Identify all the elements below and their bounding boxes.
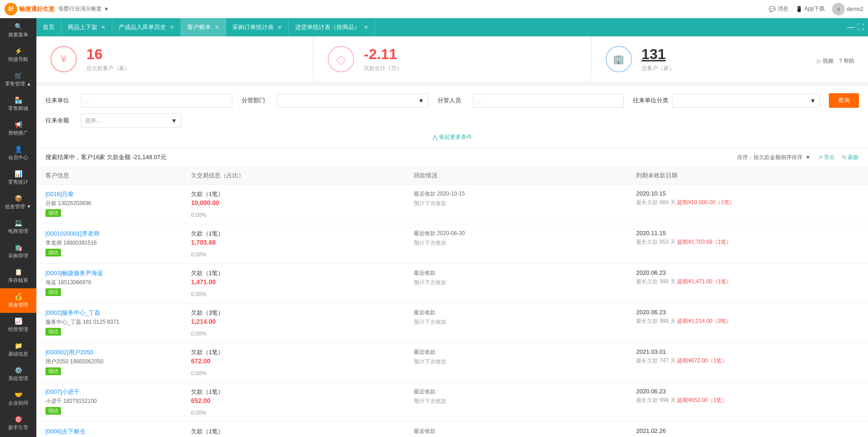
sidebar-item-sys-mgmt[interactable]: ⚙️ 系统管理 — [0, 362, 36, 387]
tab-maximize-btn[interactable]: ⛶ — [857, 23, 864, 31]
message-btn[interactable]: 💬 消息 — [769, 5, 788, 13]
table-row: [0002]服务中心_丁磊 服务中心_丁磊 181 0125 8371 现结 欠… — [36, 303, 868, 343]
export-button[interactable]: ↗ 导出 — [818, 154, 835, 161]
tab-minimize-btn[interactable]: — — [847, 23, 854, 31]
customer-name-5[interactable]: [0007]小进千 — [45, 388, 191, 396]
debt-ratio-1: 0.00% — [191, 251, 414, 258]
tab-customer-account-close[interactable]: ✕ — [215, 24, 219, 30]
debt-amount-5[interactable]: 652.00 — [191, 397, 414, 404]
sidebar-label-operations: 经营管理 — [2, 326, 35, 333]
overdue-link-5[interactable]: 超期¥652.00（1笔） — [677, 397, 727, 403]
tab-inbound-stats-close[interactable]: ✕ — [364, 24, 368, 30]
customer-name-0[interactable]: [0016]吕俊 — [45, 190, 191, 198]
table-row: [0007]小进千 小进千 18279152100 现结 欠款（1笔） 652.… — [36, 382, 868, 422]
customer-name-6[interactable]: [0006]去下粮仓 — [45, 427, 191, 436]
cell-customer-0: [0016]吕俊 吕俊 13026203696 现结 — [45, 190, 191, 217]
overdue-link-1[interactable]: 超期¥1,703.68（1笔） — [677, 239, 732, 245]
sidebar-item-finance[interactable]: 💰 资金管理 — [0, 288, 36, 313]
cell-overdue-3: 2020.06.23 最长欠款 998 天 超期¥1,214.00（3笔） — [636, 309, 859, 325]
manager-input[interactable]: ... — [473, 93, 624, 108]
dept-input[interactable]: ▼ — [277, 93, 428, 108]
cell-debt-2: 欠款（1笔） 1,471.00 0.00% — [191, 269, 414, 297]
query-button[interactable]: 查询 — [829, 93, 859, 108]
logo-icon: 好 — [5, 3, 17, 15]
debt-amount-info: -2.11 欠款合计（万） — [364, 46, 402, 72]
tab-purchase-stats[interactable]: 采购订单统计表 ✕ — [226, 18, 289, 36]
sidebar-item-new-guide[interactable]: 🎯 新手引导 — [0, 411, 36, 436]
recovery-latest-0: 最近收款 2020-10-15 — [414, 190, 637, 198]
sidebar-item-basic-info[interactable]: 📁 基础信息 — [0, 337, 36, 362]
unit-category-input[interactable]: ▼ — [672, 93, 820, 108]
sidebar-item-search[interactable]: 🔍 搜索菜单 — [0, 18, 36, 43]
refresh-button[interactable]: ↻ 刷新 — [842, 154, 859, 161]
debt-amount-4[interactable]: 672.00 — [191, 357, 414, 365]
overdue-link-0[interactable]: 超期¥10,000.00（1笔） — [677, 199, 735, 206]
sidebar-label-retail-stats: 零售统计 — [2, 179, 35, 186]
collapse-button[interactable]: ⋀ 收起更多条件 — [433, 133, 472, 141]
customer-name-2[interactable]: [0003]畅捷服务尹海蓝 — [45, 269, 191, 277]
app-download-btn[interactable]: 📱 App下载 — [796, 5, 825, 13]
sort-selector[interactable]: 排序：按欠款金额倒序排序 ▼ — [737, 154, 811, 161]
tab-customer-account[interactable]: 客户账本 ✕ — [181, 18, 226, 36]
store-selector[interactable]: 母婴行业演示账套 ▼ — [58, 5, 109, 13]
video-btn[interactable]: ▷ 视频 — [817, 57, 833, 65]
debt-amount-1[interactable]: 1,703.68 — [191, 239, 414, 246]
help-btn[interactable]: ? 帮助 — [839, 57, 854, 65]
tab-product-history[interactable]: 产成品入库单历史 ✕ — [112, 18, 181, 36]
table-header: 客户信息 欠交易信息（占比） 回款情况 到期未收款日期 — [36, 167, 868, 185]
debt-amount-label: 欠款合计（万） — [364, 65, 402, 72]
from-unit-placeholder: ... — [85, 97, 90, 104]
filter-dept: 分管部门 ▼ — [241, 93, 428, 108]
overdue-link-2[interactable]: 超期¥1,471.00（1笔） — [677, 278, 732, 285]
filter-section: 往来单位 ... 分管部门 ▼ 分管人员 — [36, 86, 868, 148]
sidebar-item-quick-nav[interactable]: ⚡ 快捷导航 — [0, 43, 36, 67]
debt-count-3: 欠款（3笔） — [191, 309, 414, 317]
sidebar-item-member[interactable]: 👤 会员中心 — [0, 141, 36, 166]
sidebar-item-operations[interactable]: 📈 经营管理 — [0, 313, 36, 337]
customer-contact-2: 海蓝 18513066976 — [45, 279, 191, 286]
sidebar-item-purchase[interactable]: 🛍️ 采购管理 — [0, 239, 36, 264]
customer-name-4[interactable]: [000002]用户2050 — [45, 348, 191, 357]
customer-name-1[interactable]: [0001020001]李老师 — [45, 230, 191, 238]
tab-product-shelf[interactable]: 商品上下架 ✕ — [61, 18, 112, 36]
customer-contact-4: 用户2050 18665062050 — [45, 358, 191, 366]
tab-inbound-stats[interactable]: 进货单统计表（按商品） ✕ — [289, 18, 375, 36]
tab-purchase-stats-close[interactable]: ✕ — [277, 24, 282, 30]
overdue-link-3[interactable]: 超期¥1,214.00（3笔） — [677, 318, 732, 324]
customer-tag-5: 现结 — [45, 407, 61, 415]
tab-product-shelf-close[interactable]: ✕ — [101, 24, 105, 30]
customer-name-3[interactable]: [0002]服务中心_丁磊 — [45, 309, 191, 317]
debt-count-6: 欠款（1笔） — [191, 427, 414, 436]
sidebar-item-retail-stats[interactable]: 📊 零售统计 — [0, 166, 36, 190]
balance-label: 往来余额 — [45, 116, 77, 125]
user-menu[interactable]: d demo2 — [832, 3, 863, 15]
from-unit-input[interactable]: ... — [81, 93, 232, 108]
cell-recovery-0: 最近收款 2020-10-15 预计下次收款 — [414, 190, 637, 207]
debt-amount-2[interactable]: 1,471.00 — [191, 278, 414, 286]
sys-mgmt-icon: ⚙️ — [2, 367, 35, 374]
sidebar-item-inventory[interactable]: 📋 库存核算 — [0, 264, 36, 288]
purchase-icon: 🛍️ — [2, 244, 35, 251]
debt-count-1: 欠款（1笔） — [191, 230, 414, 238]
debt-amount-0[interactable]: 10,000.00 — [191, 199, 414, 206]
overdue-link-4[interactable]: 超期¥672.00（1笔） — [677, 357, 727, 364]
avatar: d — [832, 3, 845, 15]
debt-amount-3[interactable]: 1,214.00 — [191, 318, 414, 325]
tab-product-history-label: 产成品入库单历史 — [119, 23, 166, 31]
top-bar: 好 畅捷通好生意 母婴行业演示账套 ▼ 💬 消息 📱 App下载 d demo2 — [0, 0, 868, 18]
sidebar-item-marketing[interactable]: 📢 营销推广 — [0, 116, 36, 141]
tab-home[interactable]: 首页 — [36, 18, 61, 36]
stats-row: ¥ 16 总欠款客户（家） ◇ -2.11 欠款合计（万） — [36, 36, 868, 82]
sidebar-item-retail-mgmt[interactable]: 🛒 零售管理 ▲ — [0, 67, 36, 92]
sidebar-label-basic-info: 基础信息 — [2, 351, 35, 357]
table-row: [0016]吕俊 吕俊 13026203696 现结 欠款（1笔） 10,000… — [36, 185, 868, 224]
manager-label: 分管人员 — [437, 96, 469, 105]
recovery-latest-4: 最近收款 — [414, 348, 637, 356]
sidebar-item-ecommerce[interactable]: 💻 电商管理 — [0, 215, 36, 239]
sidebar-item-retail-mall[interactable]: 🏪 零售商城 — [0, 92, 36, 116]
balance-input[interactable]: 选择... ▼ — [81, 113, 181, 128]
sidebar-label-marketing: 营销推广 — [2, 130, 35, 136]
sidebar-item-batch-mgmt[interactable]: 📦 批发管理 ▼ — [0, 190, 36, 215]
sidebar-item-enterprise[interactable]: 🤝 企业协同 — [0, 387, 36, 411]
tab-product-history-close[interactable]: ✕ — [170, 24, 174, 30]
